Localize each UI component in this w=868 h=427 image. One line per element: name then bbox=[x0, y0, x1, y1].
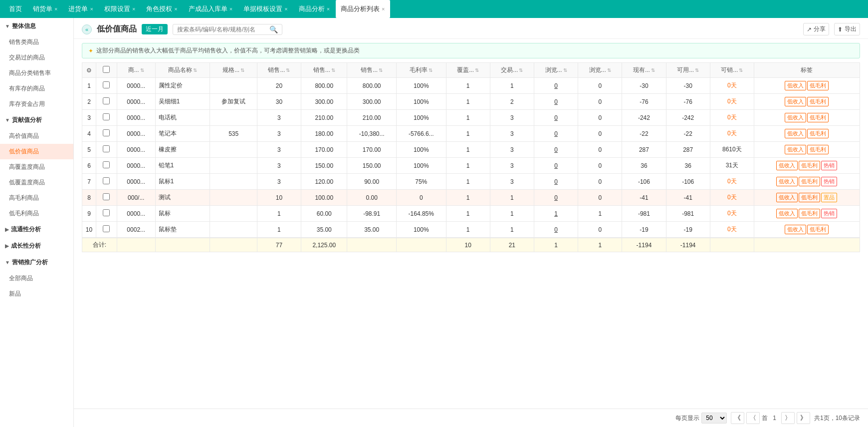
row-checkbox[interactable] bbox=[103, 209, 110, 216]
row-checkbox[interactable] bbox=[103, 113, 110, 120]
browse-link[interactable]: 0 bbox=[554, 98, 558, 105]
prev-page-button[interactable]: 〈 bbox=[746, 412, 760, 424]
sidebar-group-growth[interactable]: ▶ 成长性分析 bbox=[0, 238, 73, 254]
row-checkbox[interactable] bbox=[103, 177, 110, 184]
export-button[interactable]: ⬆ 导出 bbox=[834, 23, 860, 35]
cell-browse1[interactable]: 1 bbox=[534, 206, 578, 222]
sidebar-item-in-stock-goods[interactable]: 有库存的商品 bbox=[0, 81, 73, 96]
close-icon[interactable]: × bbox=[54, 6, 57, 12]
th-sales-qty[interactable]: 销售...⇅ bbox=[257, 63, 301, 78]
sidebar-item-all-goods[interactable]: 全部商品 bbox=[0, 271, 73, 286]
cell-check[interactable] bbox=[96, 110, 117, 126]
search-input[interactable] bbox=[177, 26, 269, 33]
nav-sales-order[interactable]: 销货单 × bbox=[28, 0, 62, 18]
browse-link[interactable]: 0 bbox=[554, 178, 558, 185]
sidebar-item-traded-goods[interactable]: 交易过的商品 bbox=[0, 50, 73, 65]
sidebar-group-contribution[interactable]: ▼ 贡献值分析 bbox=[0, 112, 73, 128]
sidebar-group-liquidity[interactable]: ▶ 流通性分析 bbox=[0, 221, 73, 238]
cell-browse1[interactable]: 0 bbox=[534, 126, 578, 142]
collapse-sidebar-button[interactable]: « bbox=[82, 24, 92, 34]
browse-link[interactable]: 0 bbox=[554, 162, 558, 169]
browse-link[interactable]: 1 bbox=[554, 210, 558, 217]
th-sales-amount[interactable]: 销售...⇅ bbox=[301, 63, 347, 78]
th-gear[interactable]: ⚙ bbox=[82, 63, 96, 78]
th-sales-avg[interactable]: 销售...⇅ bbox=[347, 63, 397, 78]
close-icon[interactable]: × bbox=[90, 6, 93, 12]
cell-check[interactable] bbox=[96, 142, 117, 158]
browse-link[interactable]: 0 bbox=[554, 146, 558, 153]
th-browse2[interactable]: 浏览...⇅ bbox=[578, 63, 622, 78]
sidebar-group-marketing[interactable]: ▼ 营销推广分析 bbox=[0, 254, 73, 271]
cell-check[interactable] bbox=[96, 126, 117, 142]
browse-link[interactable]: 0 bbox=[554, 130, 558, 137]
sidebar-item-stock-capital[interactable]: 库存资金占用 bbox=[0, 96, 73, 112]
cell-browse1[interactable]: 0 bbox=[534, 190, 578, 206]
per-page-select[interactable]: 50 100 200 bbox=[701, 413, 727, 424]
close-icon[interactable]: × bbox=[327, 6, 330, 12]
sidebar-item-high-margin[interactable]: 高毛利商品 bbox=[0, 190, 73, 206]
th-browse1[interactable]: 浏览...⇅ bbox=[534, 63, 578, 78]
cell-browse1[interactable]: 0 bbox=[534, 158, 578, 174]
first-page-button[interactable]: 《 bbox=[731, 412, 744, 424]
th-available[interactable]: 可用...⇅ bbox=[666, 63, 710, 78]
sidebar-item-low-value[interactable]: 低价值商品 bbox=[0, 144, 73, 159]
cell-check[interactable] bbox=[96, 158, 117, 174]
close-icon[interactable]: × bbox=[229, 6, 232, 12]
sidebar-item-high-value[interactable]: 高价值商品 bbox=[0, 128, 73, 144]
browse-link[interactable]: 0 bbox=[554, 82, 558, 89]
nav-permission[interactable]: 权限设置 × bbox=[99, 0, 140, 18]
cell-check[interactable] bbox=[96, 78, 117, 94]
sidebar-item-sales-goods[interactable]: 销售类商品 bbox=[0, 34, 73, 50]
row-checkbox[interactable] bbox=[103, 81, 110, 88]
sidebar-item-low-coverage[interactable]: 低覆盖度商品 bbox=[0, 175, 73, 190]
cell-check[interactable] bbox=[96, 206, 117, 222]
row-checkbox[interactable] bbox=[103, 225, 110, 232]
sidebar-item-low-margin[interactable]: 低毛利商品 bbox=[0, 206, 73, 221]
browse-link[interactable]: 0 bbox=[554, 194, 558, 201]
th-spec[interactable]: 规格...⇅ bbox=[210, 63, 257, 78]
sidebar-item-high-coverage[interactable]: 高覆盖度商品 bbox=[0, 159, 73, 175]
th-trade[interactable]: 交易...⇅ bbox=[490, 63, 534, 78]
row-checkbox[interactable] bbox=[103, 97, 110, 104]
sidebar-group-overview[interactable]: ▼ 整体信息 bbox=[0, 18, 73, 34]
th-name[interactable]: 商品名称⇅ bbox=[155, 63, 210, 78]
cell-browse1[interactable]: 0 bbox=[534, 142, 578, 158]
select-all-checkbox[interactable] bbox=[103, 66, 110, 73]
last-page-button[interactable]: 》 bbox=[797, 412, 810, 424]
cell-check[interactable] bbox=[96, 222, 117, 238]
th-coverage[interactable]: 覆盖...⇅ bbox=[446, 63, 490, 78]
row-checkbox[interactable] bbox=[103, 193, 110, 200]
th-check[interactable] bbox=[96, 63, 117, 78]
row-checkbox[interactable] bbox=[103, 129, 110, 136]
close-icon[interactable]: × bbox=[284, 6, 287, 12]
cell-check[interactable] bbox=[96, 190, 117, 206]
th-tags[interactable]: 标签 bbox=[754, 63, 860, 78]
cell-check[interactable] bbox=[96, 174, 117, 190]
th-margin[interactable]: 毛利率⇅ bbox=[396, 63, 446, 78]
nav-role-auth[interactable]: 角色授权 × bbox=[141, 0, 182, 18]
cell-browse1[interactable]: 0 bbox=[534, 78, 578, 94]
nav-product-analysis-list[interactable]: 商品分析列表 × bbox=[336, 0, 390, 18]
browse-link[interactable]: 0 bbox=[554, 114, 558, 121]
close-icon[interactable]: × bbox=[132, 6, 135, 12]
th-saleable[interactable]: 可销...⇅ bbox=[710, 63, 754, 78]
cell-browse1[interactable]: 0 bbox=[534, 94, 578, 110]
th-code[interactable]: 商...⇅ bbox=[117, 63, 155, 78]
nav-home[interactable]: 首页 bbox=[4, 0, 27, 18]
nav-product-instock[interactable]: 产成品入库单 × bbox=[184, 0, 237, 18]
next-page-button[interactable]: 〉 bbox=[781, 412, 795, 424]
cell-browse1[interactable]: 0 bbox=[534, 174, 578, 190]
row-checkbox[interactable] bbox=[103, 145, 110, 152]
nav-purchase-order[interactable]: 进货单 × bbox=[63, 0, 98, 18]
row-checkbox[interactable] bbox=[103, 161, 110, 168]
browse-link[interactable]: 0 bbox=[554, 226, 558, 233]
close-icon[interactable]: × bbox=[174, 6, 177, 12]
nav-template-settings[interactable]: 单据模板设置 × bbox=[238, 0, 292, 18]
cell-browse1[interactable]: 0 bbox=[534, 222, 578, 238]
cell-browse1[interactable]: 0 bbox=[534, 110, 578, 126]
close-icon[interactable]: × bbox=[382, 6, 385, 12]
sidebar-item-new-goods[interactable]: 新品 bbox=[0, 286, 73, 302]
period-button[interactable]: 近一月 bbox=[142, 24, 168, 34]
sidebar-item-category-sales-rate[interactable]: 商品分类销售率 bbox=[0, 65, 73, 81]
search-icon[interactable]: 🔍 bbox=[269, 25, 278, 33]
